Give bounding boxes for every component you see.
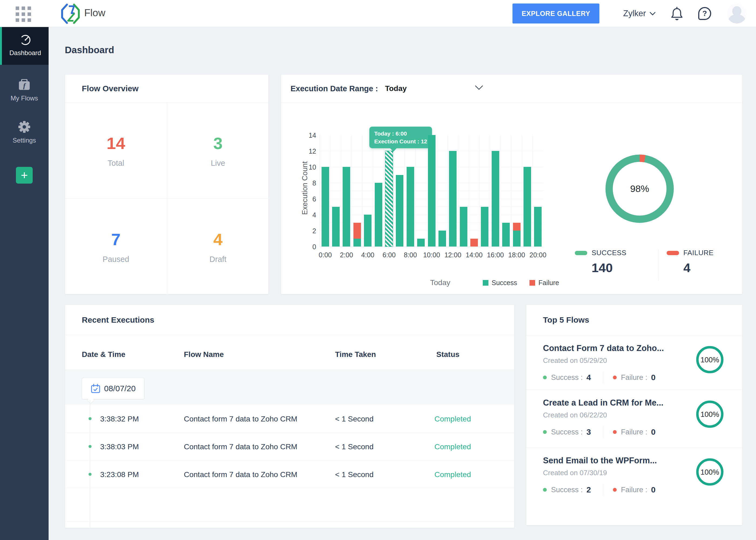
tooltip-line1: Today : 6:00 <box>374 130 427 137</box>
bar-success-6:00[interactable] <box>385 151 393 246</box>
chevron-down-icon <box>650 12 656 15</box>
sidebar-item-dashboard[interactable]: Dashboard <box>0 27 49 65</box>
help-button[interactable]: ? <box>698 0 711 27</box>
x-tick: 12:00 <box>441 251 465 259</box>
stat-draft[interactable]: 4Draft <box>167 199 269 295</box>
top-flows-title: Top 5 Flows <box>543 315 589 325</box>
x-tick: 20:00 <box>526 251 550 259</box>
success-count: 3 <box>586 427 591 437</box>
app-name: Flow <box>84 7 105 19</box>
stat-live[interactable]: 3Live <box>167 103 269 199</box>
bar-success-17:00[interactable] <box>502 223 510 247</box>
x-tick: 0:00 <box>313 251 337 259</box>
bar-failure-3:00[interactable] <box>353 223 361 239</box>
failure-count: 0 <box>651 373 656 382</box>
bar-success-5:00[interactable] <box>375 183 382 246</box>
bar-success-8:00[interactable] <box>407 167 414 246</box>
range-chevron-down-icon[interactable] <box>475 85 483 91</box>
column-time-taken: Time Taken <box>335 350 376 359</box>
date-group-chip[interactable]: 08/07/20 <box>82 378 144 399</box>
column-status: Status <box>436 350 459 359</box>
bar-success-7:00[interactable] <box>396 175 403 247</box>
row-divider <box>65 521 514 522</box>
explore-gallery-button[interactable]: EXPLORE GALLERY <box>512 4 599 24</box>
success-label: SUCCESS <box>591 249 626 257</box>
top-bar: Flow EXPLORE GALLERY Zylker ? <box>0 0 756 27</box>
row-status: Completed <box>435 471 471 479</box>
bar-success-9:00[interactable] <box>417 239 425 247</box>
y-tick: 10 <box>303 163 316 171</box>
success-legend-label: Success <box>492 279 517 287</box>
stat-paused[interactable]: 7Paused <box>65 199 167 295</box>
flow-name: Contact Form 7 data to Zoho... <box>543 343 664 353</box>
success-dot-icon <box>543 430 547 434</box>
stat-value: 7 <box>111 230 120 249</box>
bar-success-20:00[interactable] <box>534 207 542 247</box>
flow-name: Create a Lead in CRM for Me... <box>543 398 663 408</box>
row-time-taken: < 1 Second <box>335 443 373 451</box>
success-count: 2 <box>586 485 591 494</box>
x-tick: 16:00 <box>483 251 508 259</box>
status-dot-icon <box>88 445 91 448</box>
row-time-taken: < 1 Second <box>335 415 373 423</box>
success-pill-icon <box>575 251 587 255</box>
create-flow-button[interactable]: + <box>16 167 33 184</box>
execution-row[interactable]: 3:38:32 PMContact form 7 data to Zoho CR… <box>65 405 514 433</box>
flow-logo-icon <box>60 3 81 26</box>
bar-success-13:00[interactable] <box>460 207 467 247</box>
failure-label: Failure : <box>621 373 648 382</box>
status-dot-icon <box>88 417 91 420</box>
y-tick: 8 <box>303 179 316 187</box>
column-date-time: Date & Time <box>82 350 125 359</box>
bar-success-2:00[interactable] <box>343 167 350 246</box>
chart-tooltip: Today : 6:00 Exection Count : 12 <box>369 127 432 148</box>
app-grid-icon[interactable] <box>16 6 31 22</box>
flow-overview-header: Flow Overview <box>65 74 268 103</box>
execution-row[interactable]: 3:38:03 PMContact form 7 data to Zoho CR… <box>65 433 514 460</box>
success-rate-ring: 100% <box>696 345 724 375</box>
bar-failure-18:00[interactable] <box>513 223 521 231</box>
notifications-button[interactable] <box>670 0 684 27</box>
stat-label: Total <box>108 159 124 168</box>
bar-success-3:00[interactable] <box>353 239 361 247</box>
bar-success-18:00[interactable] <box>513 230 521 246</box>
execution-row[interactable]: 3:23:08 PMContact form 7 data to Zoho CR… <box>65 460 514 488</box>
success-total: 140 <box>591 260 626 275</box>
top-flow-item[interactable]: Send Email to the WPForm...Created on 07… <box>526 447 742 525</box>
bar-success-1:00[interactable] <box>332 207 340 247</box>
stat-label: Paused <box>103 255 129 264</box>
bar-success-19:00[interactable] <box>524 167 531 246</box>
success-label: Success : <box>551 486 583 494</box>
x-tick: 6:00 <box>377 251 401 259</box>
bar-success-11:00[interactable] <box>439 230 446 246</box>
avatar[interactable] <box>727 4 747 24</box>
sidebar-item-label: Settings <box>13 137 36 144</box>
top-flow-item[interactable]: Create a Lead in CRM for Me...Created on… <box>526 390 742 447</box>
bar-success-4:00[interactable] <box>364 215 372 246</box>
success-count: 4 <box>586 373 591 382</box>
bar-success-10:00[interactable] <box>428 135 436 246</box>
donut-center-label: 98% <box>630 183 649 194</box>
stat-total[interactable]: 14Total <box>65 103 167 199</box>
failure-count: 0 <box>651 427 656 437</box>
ring-rate-label: 100% <box>700 410 719 419</box>
x-tick: 8:00 <box>398 251 423 259</box>
top-flow-item[interactable]: Contact Form 7 data to Zoho...Created on… <box>526 335 742 390</box>
success-legend-swatch <box>483 280 488 286</box>
y-tick: 12 <box>303 147 316 155</box>
sidebar-item-settings[interactable]: Settings <box>0 121 49 144</box>
x-tick: 4:00 <box>356 251 380 259</box>
flow-created-date: Created on 07/30/19 <box>543 469 607 477</box>
executions-bar-chart: Execution Count Today : 6:00 Exection Co… <box>320 135 543 247</box>
flow-created-date: Created on 05/29/20 <box>543 356 607 365</box>
execution-range-label: Execution Date Range : <box>291 84 378 93</box>
bar-success-15:00[interactable] <box>481 207 488 247</box>
sidebar-item-my-flows[interactable]: f My Flows <box>0 79 49 102</box>
execution-range-value[interactable]: Today <box>385 84 407 93</box>
bar-failure-14:00[interactable] <box>470 239 478 247</box>
execution-card: Execution Date Range : Today Execution C… <box>281 74 742 294</box>
bar-success-0:00[interactable] <box>321 167 329 246</box>
bar-success-16:00[interactable] <box>492 151 499 246</box>
org-switcher[interactable]: Zylker <box>623 0 656 27</box>
bar-success-12:00[interactable] <box>449 151 456 246</box>
